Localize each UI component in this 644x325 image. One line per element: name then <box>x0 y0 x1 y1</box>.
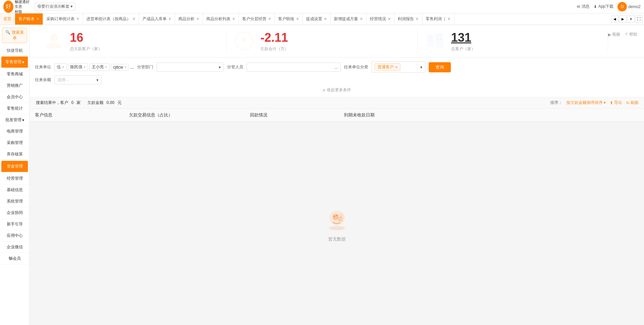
nav-fullscreen-btn[interactable]: ⛶ <box>635 15 643 23</box>
tab-product-entry[interactable]: 产成品入库单 ✕ <box>139 13 175 25</box>
sidebar-item-members[interactable]: 会员中心 <box>0 92 29 103</box>
close-tab-accounts[interactable]: ✕ <box>36 17 39 21</box>
sidebar-quick-nav[interactable]: 快捷导航 <box>0 46 29 56</box>
help-btn[interactable]: ？ 帮助 <box>624 32 637 37</box>
sidebar-item-basic-info[interactable]: 基础信息 <box>0 184 29 196</box>
close-tab-purchase-order[interactable]: ✕ <box>76 17 79 21</box>
unit-category-select[interactable]: 普通客户 × ▾ <box>372 62 425 73</box>
close-tab-customer-contact[interactable]: ✕ <box>296 17 299 21</box>
filter-row-1: 往来单位 伍 × 陈民强 × 王小亮 × cjttcw <box>35 62 639 73</box>
close-tag-cjttcw[interactable]: × <box>125 65 127 69</box>
help-icon: ？ <box>624 32 628 37</box>
filter-tag-cjttcw: cjttcw × <box>111 64 129 71</box>
svg-rect-7 <box>428 39 430 41</box>
tab-customer-contact[interactable]: 客户联络 ✕ <box>275 13 303 25</box>
unit-filter-tags: 伍 × 陈民强 × 王小亮 × cjttcw × ... <box>54 63 134 71</box>
tab-promotion-settings[interactable]: 提成设置 ✕ <box>303 13 331 25</box>
tab-retail-profit[interactable]: 零售利润（ ✕ <box>422 13 454 25</box>
customers-icon <box>43 30 65 52</box>
sidebar-item-inventory[interactable]: 库存核算 <box>0 149 29 160</box>
tags-more-btn[interactable]: ... <box>130 65 134 70</box>
tab-profit-report[interactable]: 利润报告 ✕ <box>394 13 422 25</box>
debt-icon: ¥ <box>233 30 255 52</box>
stat-label-debt: 欠款合计（万） <box>260 46 289 52</box>
empty-icon <box>324 205 350 232</box>
col-header-debt-info: 欠款交易信息（占比） <box>129 112 250 118</box>
messages-btn[interactable]: ✉ 消息 <box>577 4 590 9</box>
close-tag-wu[interactable]: × <box>62 65 64 69</box>
user-menu[interactable]: D demo2 <box>617 2 641 11</box>
col-header-customer-info: 客户信息 <box>35 112 129 118</box>
svg-rect-6 <box>431 36 433 38</box>
tab-purchase-order[interactable]: 采购订单统计表 ✕ <box>43 13 83 25</box>
close-tab-product-analysis-list[interactable]: ✕ <box>232 17 235 21</box>
sidebar-item-enterprise-collab[interactable]: 企业协同 <box>0 207 29 219</box>
person-filter-label: 分管人员 <box>227 64 243 70</box>
tab-product-analysis[interactable]: 商品分析 ✕ <box>175 13 203 25</box>
close-tab-product-entry[interactable]: ✕ <box>168 17 171 21</box>
person-filter-select[interactable]: ... <box>247 63 341 72</box>
sidebar-item-finance[interactable]: 资金管理 <box>1 161 28 172</box>
close-tab-retail-profit[interactable]: ✕ <box>447 17 450 21</box>
close-tag-wang[interactable]: × <box>105 65 107 69</box>
close-tab-promotion-settings[interactable]: ✕ <box>324 17 327 21</box>
tab-operations[interactable]: 经营情况 ✕ <box>367 13 394 25</box>
stat-value-debt: -2.11 <box>260 31 289 45</box>
remainder-filter-select[interactable]: 选择... ▾ <box>54 75 101 84</box>
export-btn[interactable]: ⬆ 导出 <box>610 100 622 106</box>
sidebar: 🔍 搜索菜单 快捷导航 零售管理 ▾ 零售商城 营销推广 会员中心 零售统计 批… <box>0 25 30 325</box>
stat-label-units: 总客户（家） <box>451 46 475 52</box>
sidebar-item-system[interactable]: 系统管理 <box>0 196 29 207</box>
svg-rect-3 <box>427 34 434 48</box>
sidebar-item-operations-mgmt[interactable]: 经营管理 <box>0 173 29 184</box>
svg-rect-11 <box>437 38 438 40</box>
sidebar-item-purchase[interactable]: 采购管理 <box>0 137 29 149</box>
close-tab-profit-report[interactable]: ✕ <box>416 17 419 21</box>
sidebar-item-app-center[interactable]: 应用中心 <box>0 230 29 242</box>
unit-category-label: 往来单位分类 <box>344 64 368 70</box>
close-tab-customer-layer[interactable]: ✕ <box>268 17 271 21</box>
stat-card-debt: ¥ -2.11 欠款合计（万） <box>227 30 417 52</box>
sidebar-item-marketing[interactable]: 营销推广 <box>0 80 29 92</box>
tab-accounts[interactable]: 客户账本 ✕ <box>15 13 43 25</box>
video-help-btn[interactable]: ▶ 视频 <box>608 32 620 37</box>
refresh-btn[interactable]: ↻ 刷新 <box>626 100 639 106</box>
nav-next-btn[interactable]: ▶ <box>619 15 627 23</box>
sidebar-item-retail-stats[interactable]: 零售统计 <box>0 103 29 114</box>
sidebar-item-enterprise-wechat[interactable]: 企业微信 <box>0 242 29 253</box>
svg-rect-10 <box>440 35 441 37</box>
sidebar-item-wholesale[interactable]: 批发管理 ▾ <box>0 114 29 126</box>
search-menu-btn[interactable]: 🔍 搜索菜单 <box>2 28 27 43</box>
tab-customer-layer[interactable]: 客户分层经营 ✕ <box>239 13 275 25</box>
ellipsis-icon: ... <box>334 65 338 70</box>
svg-rect-12 <box>440 38 441 40</box>
sidebar-item-new-guide[interactable]: 新手引导 <box>0 219 29 230</box>
collapse-filter-btn[interactable]: ∧ 收起更多条件 <box>323 87 351 93</box>
tab-new-promotion[interactable]: 新增提成方案 ✕ <box>331 13 367 25</box>
top-right-area: ✉ 消息 ⬇ App下载 D demo2 <box>577 2 641 11</box>
nav-prev-btn[interactable]: ◀ <box>611 15 618 23</box>
close-tab-operations[interactable]: ✕ <box>388 17 391 21</box>
nav-close-all-btn[interactable]: ✕ <box>627 15 635 23</box>
tab-purchase-stat[interactable]: 进货单统计表（按商品） ✕ <box>83 13 139 25</box>
chevron-icon-wholesale: ▾ <box>22 118 24 122</box>
query-button[interactable]: 查询 <box>429 62 451 72</box>
tab-product-analysis-list[interactable]: 商品分析列表 ✕ <box>203 13 239 25</box>
top-bar: 好 畅捷通好生意 标版 母婴行业演示帐套 ▾ ✉ 消息 ⬇ App下载 D de… <box>0 0 644 13</box>
app-download-btn[interactable]: ⬇ App下载 <box>594 4 613 9</box>
sidebar-item-retail-shop[interactable]: 零售商城 <box>0 69 29 80</box>
dept-filter-label: 分管部门 <box>137 64 153 70</box>
sidebar-item-vip[interactable]: 畅会员 <box>0 253 29 264</box>
sidebar-item-ecommerce[interactable]: 电商管理 <box>0 126 29 137</box>
dept-filter-select[interactable]: ▾ <box>157 63 224 72</box>
unit-category-tag: 普通客户 × <box>375 63 400 71</box>
close-tab-purchase-stat[interactable]: ✕ <box>132 17 135 21</box>
close-unit-category[interactable]: × <box>395 65 397 70</box>
close-tag-chen[interactable]: × <box>84 65 86 69</box>
suite-dropdown[interactable]: 母婴行业演示帐套 ▾ <box>34 3 76 10</box>
sort-select[interactable]: 按欠款金额倒序排序 ▾ <box>566 100 606 106</box>
sidebar-item-retail[interactable]: 零售管理 ▾ <box>1 57 28 68</box>
close-tab-product-analysis[interactable]: ✕ <box>196 17 199 21</box>
close-tab-new-promotion[interactable]: ✕ <box>360 17 363 21</box>
tab-home[interactable]: 首页 <box>0 13 15 25</box>
